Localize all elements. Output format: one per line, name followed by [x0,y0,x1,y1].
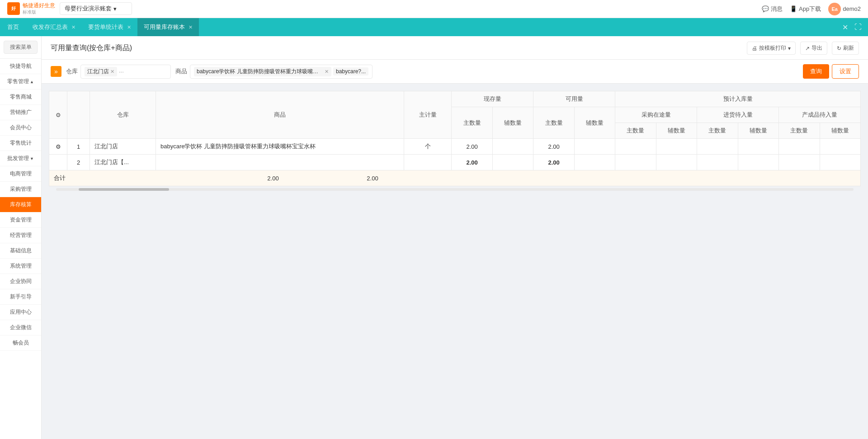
th-num [67,91,90,139]
sidebar-item-operations[interactable]: 经营管理 [0,228,41,243]
th-available-aux: 辅数量 [574,107,615,139]
close-icon[interactable]: ✕ [189,24,193,30]
warehouse-label: 仓库 [66,67,78,76]
sidebar-item-system-mgmt[interactable]: 系统管理 [0,259,41,274]
warehouse-filter-group: 仓库 江北门店 ✕ ··· [66,65,171,79]
product-tag-1: babycare学饮杯 儿童防摔防撞吸管杯重力球吸嘴杯宝宝水杯 ✕ [194,67,331,76]
org-selector[interactable]: 母婴行业演示账套 ▾ [60,2,132,15]
export-icon: ↗ [805,45,810,52]
sidebar: 搜索菜单 快捷导航 零售管理 ▲ 零售商城 营销推广 会员中心 零售统计 批发管… [0,36,42,439]
close-icon[interactable]: ✕ [71,24,75,30]
logo-text: 畅捷通好生意 [23,2,55,9]
sidebar-search: 搜索菜单 [0,36,41,59]
tab-collections[interactable]: 收发存汇总表 ✕ [26,18,82,36]
query-btn[interactable]: 查询 [803,64,829,79]
close-icon[interactable]: ✕ [127,24,131,30]
product-input[interactable]: babycare学饮杯 儿童防摔防撞吸管杯重力球吸嘴杯宝宝水杯 ✕ babyca… [190,65,373,79]
th-purchase-transit-group: 采购在途量 [615,107,697,123]
sidebar-item-retail-mall[interactable]: 零售商城 [0,90,41,105]
chevron-down-icon: ▼ [30,156,34,161]
sidebar-item-member-center[interactable]: 会员中心 [0,120,41,136]
warehouse-input[interactable]: 江北门店 ✕ ··· [80,65,171,79]
warehouse-tag: 江北门店 ✕ [85,67,117,76]
nav-tabs-right: ✕ ⛶ [840,18,868,36]
sidebar-item-basic-info[interactable]: 基础信息 [0,243,41,259]
nav-tabs: 首页 收发存汇总表 ✕ 要货单统计表 ✕ 可用量库存账本 ✕ ✕ ⛶ [0,18,868,36]
top-bar-left: 好 畅捷通好生意 标准版 母婴行业演示账套 ▾ [7,2,132,15]
filter-actions: 查询 设置 [803,64,859,79]
sidebar-item-quick-nav[interactable]: 快捷导航 [0,59,41,74]
th-product-incoming-group: 产成品待入量 [779,107,861,123]
close-all-tabs[interactable]: ✕ [840,23,850,32]
top-bar-right: 💬 消息 📱 App下载 Ea demo2 [762,3,861,15]
sidebar-item-retail-mgmt[interactable]: 零售管理 ▲ [0,74,41,90]
page-header: 可用量查询(按仓库+商品) 🖨 按模板打印 ▾ ↗ 导出 ↻ 刷新 [42,36,868,60]
table-footer: 合计 2.00 2.00 [49,170,861,186]
chevron-down-icon: ▾ [788,45,791,52]
sidebar-item-wholesale-mgmt[interactable]: 批发管理 ▼ [0,151,41,166]
product-tag-2: babycare?... [333,67,368,76]
th-expected-in-group: 预计入库量 [615,91,861,107]
th-incoming-main: 主数量 [697,123,738,139]
tab-home[interactable]: 首页 [0,18,26,36]
template-print-btn[interactable]: 🖨 按模板打印 ▾ [747,42,796,55]
scroll-bar-thumb[interactable] [79,188,169,191]
page-title: 可用量查询(按仓库+商品) [51,43,132,57]
filter-expand-btn[interactable]: » [51,66,61,77]
sidebar-item-finance[interactable]: 资金管理 [0,212,41,228]
scroll-bar-container [49,186,861,193]
th-available-group: 可用量 [533,91,615,107]
footer-current-main: 2.00 [248,175,298,182]
sidebar-item-purchase-mgmt[interactable]: 采购管理 [0,182,41,197]
logo-area: 好 畅捷通好生意 标准版 [7,2,55,15]
settings-btn[interactable]: 设置 [832,64,859,79]
export-btn[interactable]: ↗ 导出 [800,42,827,55]
filter-area: » 仓库 江北门店 ✕ ··· 商品 babycare学饮杯 儿童防摔防撞吸管杯… [42,60,868,84]
remove-warehouse-tag[interactable]: ✕ [110,69,114,75]
data-table: ⚙ 仓库 商品 主计量 现存量 可用量 预计入库量 主数量 辅数量 主数量 辅数… [49,91,861,170]
sidebar-item-inventory[interactable]: 库存核算 [0,197,41,212]
th-incoming-aux: 辅数量 [738,123,778,139]
th-settings: ⚙ [49,91,67,139]
sidebar-item-ecommerce[interactable]: 电商管理 [0,166,41,182]
app-download-btn[interactable]: 📱 App下载 [790,5,821,13]
user-menu[interactable]: Ea demo2 [828,3,861,15]
sidebar-item-member[interactable]: 畅会员 [0,335,41,351]
content-area: 可用量查询(按仓库+商品) 🖨 按模板打印 ▾ ↗ 导出 ↻ 刷新 » [42,36,868,439]
avatar: Ea [828,3,841,15]
sidebar-item-enterprise-wechat[interactable]: 企业微信 [0,320,41,335]
remove-product-tag1[interactable]: ✕ [325,69,329,75]
footer-label: 合计 [54,174,248,182]
th-current-aux: 辅数量 [492,107,533,139]
th-product-incoming-main: 主数量 [779,123,820,139]
sidebar-item-app-center[interactable]: 应用中心 [0,305,41,320]
th-main-unit: 主计量 [404,91,452,139]
search-menu-btn[interactable]: 搜索菜单 [4,41,38,54]
th-warehouse: 仓库 [90,91,156,139]
download-icon: 📱 [790,5,797,12]
chevron-up-icon: ▲ [30,80,34,84]
th-current-stock-group: 现存量 [452,91,533,107]
messages-btn[interactable]: 💬 消息 [762,5,783,13]
sidebar-item-new-guide[interactable]: 新手引导 [0,289,41,305]
table-container: ⚙ 仓库 商品 主计量 现存量 可用量 预计入库量 主数量 辅数量 主数量 辅数… [42,84,868,439]
refresh-icon: ↻ [837,45,841,52]
print-icon: 🖨 [752,45,757,52]
product-filter-group: 商品 babycare学饮杯 儿童防摔防撞吸管杯重力球吸嘴杯宝宝水杯 ✕ bab… [175,65,373,79]
top-bar: 好 畅捷通好生意 标准版 母婴行业演示账套 ▾ 💬 消息 📱 App下载 Ea … [0,0,868,18]
refresh-btn[interactable]: ↻ 刷新 [832,42,859,55]
page-header-actions: 🖨 按模板打印 ▾ ↗ 导出 ↻ 刷新 [747,42,859,59]
table-row: ⚙ 1 江北门店 babycare学饮杯 儿童防摔防撞吸管杯重力球吸嘴杯宝宝水杯… [49,139,861,155]
tab-available-stock[interactable]: 可用量库存账本 ✕ [137,18,199,36]
th-purchase-transit-aux: 辅数量 [656,123,697,139]
sidebar-item-retail-stats[interactable]: 零售统计 [0,136,41,151]
expand-tabs[interactable]: ⛶ [853,23,863,31]
sidebar-item-marketing[interactable]: 营销推广 [0,105,41,120]
th-incoming-group: 进货待入量 [697,107,779,123]
tab-order-stats[interactable]: 要货单统计表 ✕ [82,18,137,36]
th-product-incoming-aux: 辅数量 [820,123,860,139]
message-icon: 💬 [762,5,769,12]
logo-icon: 好 [7,2,20,15]
sidebar-item-enterprise-collab[interactable]: 企业协同 [0,274,41,289]
th-product: 商品 [156,91,404,139]
